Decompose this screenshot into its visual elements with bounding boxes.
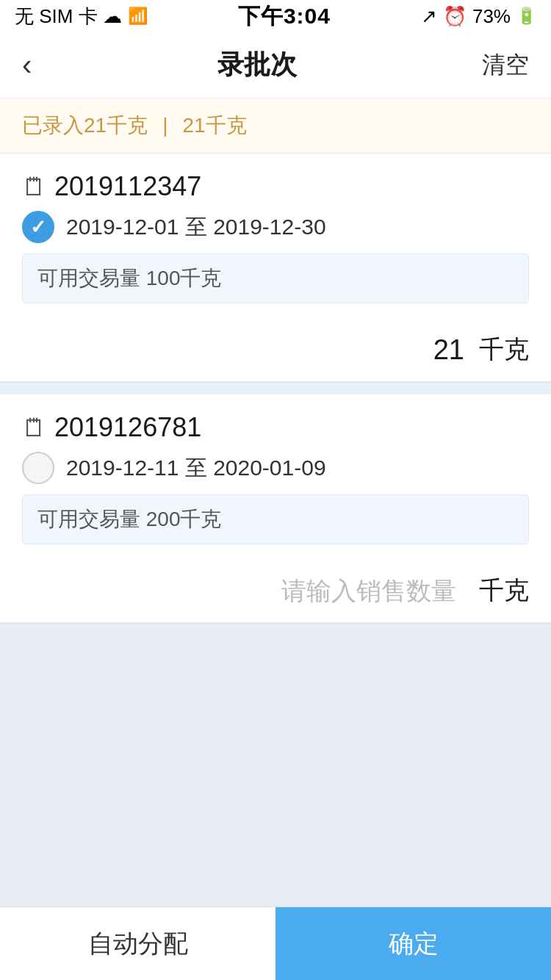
- batch-2-available: 可用交易量 200千克: [22, 494, 529, 544]
- batch-2-date: 2019-12-11 至 2020-01-09: [66, 453, 326, 483]
- total-label: 21千克: [182, 112, 246, 140]
- nav-bar: ‹ 录批次 清空: [0, 32, 551, 98]
- summary-divider: |: [162, 114, 168, 137]
- batch-1-header: 🗒 2019112347: [22, 171, 529, 202]
- batch-2-number: 2019126781: [54, 412, 201, 443]
- wifi-icon: 📶: [128, 7, 148, 26]
- batch-icon-1: 🗒: [22, 173, 47, 201]
- back-button[interactable]: ‹: [22, 48, 32, 82]
- batch-icon-2: 🗒: [22, 414, 47, 442]
- status-right: ↗ ⏰ 73% 🔋: [421, 5, 536, 28]
- summary-bar: 已录入21千克 | 21千克: [0, 98, 551, 154]
- main-content: 🗒 2019112347 2019-12-01 至 2019-12-30 可用交…: [0, 154, 551, 980]
- batch-1-quantity-row: 21 千克: [0, 318, 551, 383]
- batch-item-2: 🗒 2019126781 2019-12-11 至 2020-01-09 可用交…: [0, 394, 551, 559]
- batch-2-quantity-input[interactable]: [22, 577, 467, 605]
- batch-1-radio[interactable]: [22, 211, 54, 243]
- batch-2-header: 🗒 2019126781: [22, 412, 529, 443]
- status-bar: 无 SIM 卡 ☁ 📶 下午3:04 ↗ ⏰ 73% 🔋: [0, 0, 551, 32]
- batch-1-available: 可用交易量 100千克: [22, 253, 529, 303]
- batch-2-input-row[interactable]: 千克: [0, 559, 551, 624]
- recorded-label: 已录入21千克: [22, 112, 148, 140]
- batch-item-1: 🗒 2019112347 2019-12-01 至 2019-12-30 可用交…: [0, 154, 551, 318]
- battery-label: 73%: [472, 5, 511, 28]
- status-left: 无 SIM 卡 ☁ 📶: [15, 4, 148, 29]
- page-title: 录批次: [217, 47, 297, 83]
- batch-1-quantity-value: 21: [433, 334, 464, 366]
- bottom-bar: 自动分配 确定: [0, 907, 551, 980]
- batch-1-number: 2019112347: [54, 171, 201, 202]
- location-icon: ↗: [421, 5, 437, 28]
- confirm-button[interactable]: 确定: [276, 907, 551, 980]
- section-separator: [0, 383, 551, 394]
- batch-1-date: 2019-12-01 至 2019-12-30: [66, 212, 326, 242]
- empty-area: [0, 624, 551, 932]
- batch-1-quantity-unit: 千克: [479, 333, 529, 367]
- batch-2-input-unit: 千克: [479, 574, 529, 608]
- no-sim-label: 无 SIM 卡 ☁: [15, 4, 122, 29]
- batch-1-date-row[interactable]: 2019-12-01 至 2019-12-30: [22, 211, 529, 243]
- clear-button[interactable]: 清空: [482, 49, 529, 82]
- alarm-icon: ⏰: [443, 5, 467, 28]
- batch-2-date-row[interactable]: 2019-12-11 至 2020-01-09: [22, 452, 529, 484]
- status-time: 下午3:04: [238, 1, 331, 32]
- batch-2-radio[interactable]: [22, 452, 54, 484]
- battery-icon: 🔋: [516, 7, 536, 26]
- auto-distribute-button[interactable]: 自动分配: [0, 907, 276, 980]
